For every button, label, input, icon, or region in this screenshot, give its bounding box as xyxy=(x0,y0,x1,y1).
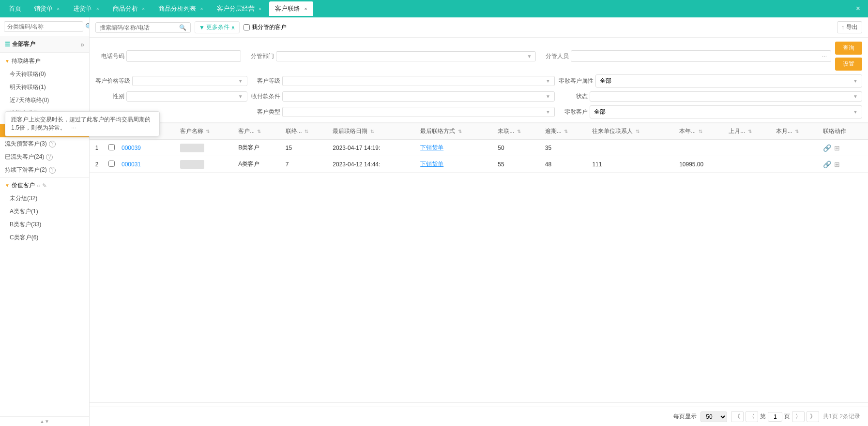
status-select[interactable]: ▼ xyxy=(590,91,862,102)
sidebar-item-today[interactable]: 今天待联络(0) xyxy=(0,68,89,81)
col-this-month[interactable]: 本月... ⇅ xyxy=(773,123,821,140)
lost-warning-help-icon[interactable]: ? xyxy=(49,141,56,147)
nav-close-product-analysis-list[interactable]: × xyxy=(200,6,203,12)
customer-level-select[interactable]: ▼ xyxy=(282,76,555,86)
top-navigation: 首页 销货单 × 进货单 × 商品分析 × 商品分析列表 × 客户分层经营 × … xyxy=(0,0,868,17)
col-contact-count[interactable]: 联络... ⇅ xyxy=(283,123,330,140)
nav-product-analysis-list[interactable]: 商品分析列表 × xyxy=(152,1,209,16)
tooltip-more-icon[interactable]: ··· xyxy=(71,124,76,131)
last-page-button[interactable]: 》 xyxy=(807,411,819,422)
value-edit-icon[interactable]: ○ xyxy=(37,182,40,189)
row-not-contacted: 50 xyxy=(495,140,542,156)
col-last-contact-date[interactable]: 最后联络日期 ⇅ xyxy=(330,123,417,140)
col-not-contacted[interactable]: 未联... ⇅ xyxy=(495,123,542,140)
sidebar-item-a-customers[interactable]: A类客户(1) xyxy=(0,205,89,218)
close-window-button[interactable]: × xyxy=(852,2,864,15)
col-customer-type[interactable]: 客户... ⇅ xyxy=(235,123,283,140)
col-last-contact-method[interactable]: 最后联络方式 ⇅ xyxy=(417,123,495,140)
row-code[interactable]: 000039 xyxy=(119,140,177,156)
department-label: 分管部门 xyxy=(245,52,274,60)
phone-input[interactable] xyxy=(126,50,241,62)
nav-close-product-analysis[interactable]: × xyxy=(142,6,145,12)
payment-select[interactable]: ▼ xyxy=(282,91,555,102)
sidebar-item-lost-warning[interactable]: 流失预警客户(3) ? xyxy=(0,137,89,150)
row-last-method[interactable]: 下销货单 xyxy=(417,140,495,156)
row-grid-icon[interactable]: ⊞ xyxy=(834,144,840,152)
row-grid-icon[interactable]: ⊞ xyxy=(834,161,840,168)
nav-customer-contact[interactable]: 客户联络 × xyxy=(269,1,313,16)
row-link-icon[interactable]: 🔗 xyxy=(823,144,831,152)
nav-sales-order[interactable]: 销货单 × xyxy=(28,1,65,16)
customer-type-select[interactable]: ▼ xyxy=(282,107,555,117)
nav-product-analysis[interactable]: 商品分析 × xyxy=(107,1,151,16)
search-input[interactable] xyxy=(100,24,177,31)
more-conditions-button[interactable]: ▼ 更多条件 ∧ xyxy=(195,21,240,33)
sidebar-resize-handle[interactable]: ▲▼ xyxy=(0,416,89,426)
sidebar-collapse-icon[interactable]: » xyxy=(80,41,84,48)
row-link-icon[interactable]: 🔗 xyxy=(823,161,831,168)
price-level-select[interactable]: ▼ xyxy=(132,76,247,86)
col-last-month[interactable]: 上月... ⇅ xyxy=(726,123,773,140)
sidebar-pending-header[interactable]: ▼ 待联络客户 xyxy=(0,55,89,68)
manager-clear-icon[interactable]: ··· xyxy=(822,53,827,59)
sidebar-item-ungrouped[interactable]: 未分组(32) xyxy=(0,192,89,205)
nav-purchase-order[interactable]: 进货单 × xyxy=(67,1,105,16)
retail-customer-select[interactable]: 全部 ▼ xyxy=(590,105,862,118)
next-page-button[interactable]: 〉 xyxy=(792,411,805,422)
gender-select[interactable]: ▼ xyxy=(126,91,247,102)
row-code[interactable]: 000031 xyxy=(119,156,177,173)
value-edit2-icon[interactable]: ✎ xyxy=(42,182,47,189)
horizontal-scrollbar[interactable] xyxy=(90,402,868,407)
page-navigation: 《 〈 第 页 〉 》 xyxy=(731,411,819,422)
export-button[interactable]: ↑ 导出 xyxy=(837,21,862,33)
nav-customer-segmentation[interactable]: 客户分层经营 × xyxy=(211,1,267,16)
nav-home[interactable]: 首页 xyxy=(4,1,26,16)
sidebar-item-lost-customers[interactable]: 已流失客户(24) ? xyxy=(0,150,89,163)
my-customers-checkbox[interactable] xyxy=(244,24,250,30)
sidebar-item-b-customers[interactable]: B类客户(33) xyxy=(0,218,89,231)
sidebar-item-tomorrow[interactable]: 明天待联络(1) xyxy=(0,81,89,94)
col-overdue[interactable]: 逾期... ⇅ xyxy=(542,123,590,140)
retail-attr-select[interactable]: 全部 ▼ xyxy=(595,74,862,88)
resize-arrow-icon: ▲▼ xyxy=(40,419,49,424)
col-this-year[interactable]: 本年... ⇅ xyxy=(676,123,726,140)
per-page-select[interactable]: 50 100 200 xyxy=(700,411,727,422)
sidebar-item-declining[interactable]: 持续下滑客户(2) ? xyxy=(0,163,89,176)
query-button[interactable]: 查询 xyxy=(835,42,862,55)
nav-close-customer-contact[interactable]: × xyxy=(304,6,307,12)
my-customers-checkbox-area[interactable]: 我分管的客户 xyxy=(244,23,287,31)
chevron-icon: ∧ xyxy=(231,24,235,31)
sidebar-value-customers-header[interactable]: ▼ 价值客户 ○ ✎ xyxy=(0,179,89,192)
first-page-button[interactable]: 《 xyxy=(731,411,744,422)
current-page-input[interactable] xyxy=(768,412,782,422)
sidebar-search-button[interactable]: 🔍 xyxy=(85,23,90,30)
nav-close-customer-segmentation[interactable]: × xyxy=(259,6,261,12)
row-checkbox[interactable] xyxy=(108,161,115,167)
row-checkbox[interactable] xyxy=(108,144,115,150)
row-overdue: 35 xyxy=(542,140,590,156)
search-icon: 🔍 xyxy=(179,24,186,31)
nav-close-purchase-order[interactable]: × xyxy=(96,6,99,12)
sidebar-all-customers[interactable]: ☰ 全部客户 » xyxy=(0,36,89,53)
prev-page-button[interactable]: 〈 xyxy=(746,411,758,422)
row-name[interactable]: ████ xyxy=(177,156,236,173)
lost-customers-help-icon[interactable]: ? xyxy=(46,154,53,161)
declining-help-icon[interactable]: ? xyxy=(49,167,56,174)
col-customer-name[interactable]: 客户名称 ⇅ xyxy=(177,123,236,140)
nav-close-sales-order[interactable]: × xyxy=(57,6,60,12)
department-select[interactable]: ▼ xyxy=(276,51,536,61)
sidebar-search-input[interactable] xyxy=(4,21,83,32)
row-this-month xyxy=(773,156,821,173)
gender-arrow: ▼ xyxy=(238,94,243,99)
col-contacts[interactable]: 往来单位联系人 ⇅ xyxy=(589,123,676,140)
row-last-method[interactable]: 下销货单 xyxy=(417,156,495,173)
row-num: 1 xyxy=(90,140,104,156)
manager-select[interactable]: ··· xyxy=(571,50,831,62)
row-contact-count: 7 xyxy=(283,156,330,173)
sidebar-item-c-customers[interactable]: C类客户(6) xyxy=(0,231,89,244)
row-last-month xyxy=(726,140,773,156)
sidebar-item-7days[interactable]: 近7天待联络(0) xyxy=(0,94,89,107)
row-name[interactable]: ████ xyxy=(177,140,236,156)
settings-button[interactable]: 设置 xyxy=(835,58,862,71)
department-dropdown-arrow: ▼ xyxy=(527,54,532,59)
